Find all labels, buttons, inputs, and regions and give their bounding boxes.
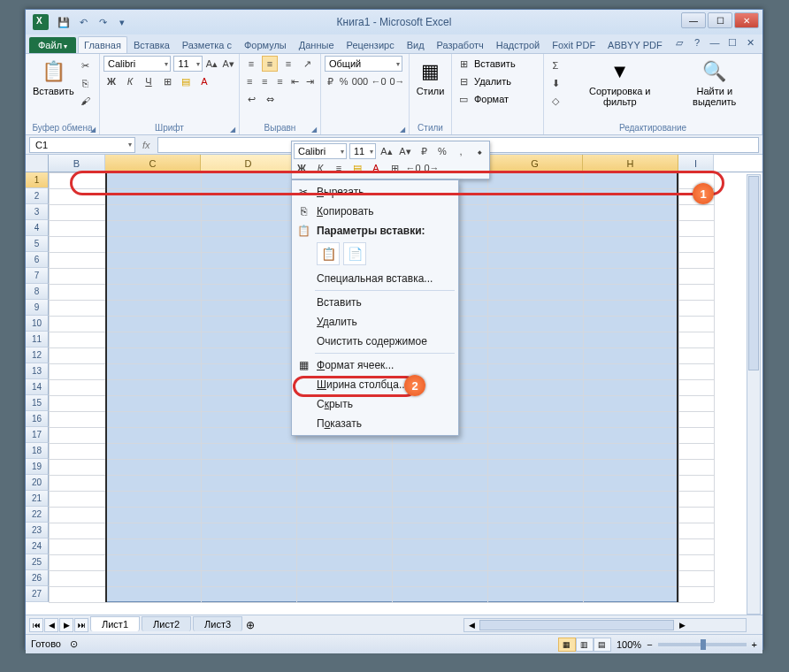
zoom-out-button[interactable]: − xyxy=(647,639,652,650)
row-header[interactable]: 8 xyxy=(26,284,49,300)
paste-option-1[interactable]: 📋 xyxy=(317,242,340,265)
fill-icon[interactable]: ⬇ xyxy=(548,75,563,91)
sheet-nav-prev[interactable]: ◀ xyxy=(44,618,58,632)
comma-icon[interactable]: 000 xyxy=(352,73,368,89)
zoom-in-button[interactable]: + xyxy=(752,639,757,650)
file-tab[interactable]: Файл xyxy=(29,37,76,53)
delete-cells-icon[interactable]: ⊟ xyxy=(456,73,471,89)
mini-percent-icon[interactable]: % xyxy=(434,143,450,159)
column-header-H[interactable]: H xyxy=(583,155,678,172)
mini-comma-icon[interactable]: , xyxy=(453,143,469,159)
view-pagebreak-icon[interactable]: ▤ xyxy=(594,638,611,652)
qat-save[interactable]: 💾 xyxy=(56,14,72,30)
ctx-insert[interactable]: Вставить xyxy=(292,293,458,312)
column-header-I[interactable]: I xyxy=(678,155,714,172)
ctx-copy[interactable]: ⎘Копировать xyxy=(292,202,458,221)
row-header[interactable]: 13 xyxy=(26,363,49,379)
mini-inc-dec[interactable]: ←0 xyxy=(405,160,421,176)
fx-icon[interactable]: fx xyxy=(142,140,150,150)
format-painter-icon[interactable]: 🖌 xyxy=(78,93,94,109)
row-header[interactable]: 18 xyxy=(26,443,49,459)
mini-italic[interactable]: К xyxy=(312,160,328,176)
tab-данные[interactable]: Данные xyxy=(293,36,341,53)
font-color-button[interactable]: A xyxy=(196,73,212,89)
ctx-hide[interactable]: Скрыть xyxy=(292,394,458,414)
row-header[interactable]: 11 xyxy=(26,332,49,347)
sheet-tab[interactable]: Лист1 xyxy=(90,616,140,631)
fill-color-button[interactable]: ▤ xyxy=(178,73,194,89)
inc-decimal-icon[interactable]: ←0 xyxy=(371,73,387,89)
row-header[interactable]: 9 xyxy=(26,300,49,316)
row-header[interactable]: 25 xyxy=(26,554,49,570)
tab-надстрой[interactable]: Надстрой xyxy=(490,36,546,53)
window-maximize[interactable]: ☐ xyxy=(708,12,732,28)
row-header[interactable]: 3 xyxy=(26,204,49,220)
name-box[interactable]: C1 xyxy=(29,137,135,153)
underline-button[interactable]: Ч xyxy=(141,73,157,89)
row-header[interactable]: 17 xyxy=(26,427,49,443)
ctx-format-cells[interactable]: ▦Формат ячеек... xyxy=(292,355,458,375)
styles-button[interactable]: ▦ Стили xyxy=(413,56,448,98)
mini-size-combo[interactable]: 11 xyxy=(349,143,376,159)
horizontal-scrollbar[interactable]: ◀▶ xyxy=(463,618,747,632)
row-header[interactable]: 7 xyxy=(26,268,49,284)
tab-abbyy pdf[interactable]: ABBYY PDF xyxy=(601,36,669,53)
delete-cells-label[interactable]: Удалить xyxy=(474,76,511,87)
mini-shrink-icon[interactable]: A▾ xyxy=(397,143,413,159)
sheet-tab[interactable]: Лист3 xyxy=(193,616,242,631)
autosum-icon[interactable]: Σ xyxy=(548,57,563,73)
mini-merge[interactable]: ≡ xyxy=(331,160,347,176)
zoom-slider[interactable] xyxy=(658,643,747,646)
qat-more[interactable]: ▾ xyxy=(114,14,130,30)
vertical-scrollbar[interactable] xyxy=(747,174,761,615)
orientation-icon[interactable]: ↗ xyxy=(299,56,315,72)
tab-разметка с[interactable]: Разметка с xyxy=(176,36,238,53)
ctx-paste-special[interactable]: Специальная вставка... xyxy=(292,269,458,288)
mini-font-combo[interactable]: Calibri xyxy=(294,143,347,159)
tab-рецензирс[interactable]: Рецензирс xyxy=(341,36,401,53)
tab-главная[interactable]: Главная xyxy=(78,36,127,53)
row-header[interactable]: 6 xyxy=(26,252,49,268)
ctx-cut[interactable]: ✂Вырезать xyxy=(292,182,458,202)
ctx-column-width[interactable]: Ширина столбца... xyxy=(292,375,458,394)
number-format-combo[interactable]: Общий xyxy=(325,56,402,72)
grow-font-icon[interactable]: A▴ xyxy=(205,56,219,72)
tab-вставка[interactable]: Вставка xyxy=(127,36,176,53)
row-header[interactable]: 1 xyxy=(26,172,49,188)
mdi-close[interactable]: ✕ xyxy=(743,37,757,49)
column-header-C[interactable]: C xyxy=(105,155,201,172)
merge-icon[interactable]: ⇔ xyxy=(262,91,278,107)
qat-redo[interactable]: ↷ xyxy=(95,14,111,30)
mini-dec-dec[interactable]: 0→ xyxy=(424,160,440,176)
shrink-font-icon[interactable]: A▾ xyxy=(221,56,235,72)
mdi-restore[interactable]: ☐ xyxy=(725,37,739,49)
indent-inc-icon[interactable]: ⇥ xyxy=(304,73,317,89)
view-layout-icon[interactable]: ▥ xyxy=(576,638,594,652)
border-button[interactable]: ⊞ xyxy=(159,73,175,89)
column-header-G[interactable]: G xyxy=(487,155,583,172)
window-minimize[interactable]: — xyxy=(681,12,706,28)
sheet-tab[interactable]: Лист2 xyxy=(142,616,191,631)
macro-record-icon[interactable]: ⊙ xyxy=(70,638,78,650)
row-header[interactable]: 4 xyxy=(26,220,49,236)
sheet-nav-first[interactable]: ⏮ xyxy=(29,618,43,632)
ribbon-minimize-icon[interactable]: ▱ xyxy=(672,37,686,49)
window-close[interactable]: ✕ xyxy=(734,12,759,28)
format-cells-label[interactable]: Формат xyxy=(474,94,509,104)
align-center-icon[interactable]: ≡ xyxy=(258,73,271,89)
row-header[interactable]: 2 xyxy=(26,188,49,204)
ctx-clear[interactable]: Очистить содержимое xyxy=(292,332,458,351)
row-header[interactable]: 21 xyxy=(26,491,49,507)
copy-icon[interactable]: ⎘ xyxy=(78,75,94,91)
mini-grow-icon[interactable]: A▴ xyxy=(379,143,394,159)
sort-filter-button[interactable]: ▼ Сортировка и фильтр xyxy=(569,56,670,109)
font-name-combo[interactable]: Calibri xyxy=(103,56,171,72)
sheet-nav-last[interactable]: ⏭ xyxy=(74,618,88,632)
find-select-button[interactable]: 🔍 Найти и выделить xyxy=(670,56,758,109)
view-normal-icon[interactable]: ▦ xyxy=(558,638,576,652)
new-sheet-button[interactable]: ⊕ xyxy=(246,619,255,631)
row-header[interactable]: 12 xyxy=(26,347,49,363)
column-header-D[interactable]: D xyxy=(201,155,296,172)
row-header[interactable]: 26 xyxy=(26,570,49,586)
insert-cells-label[interactable]: Вставить xyxy=(474,58,516,69)
